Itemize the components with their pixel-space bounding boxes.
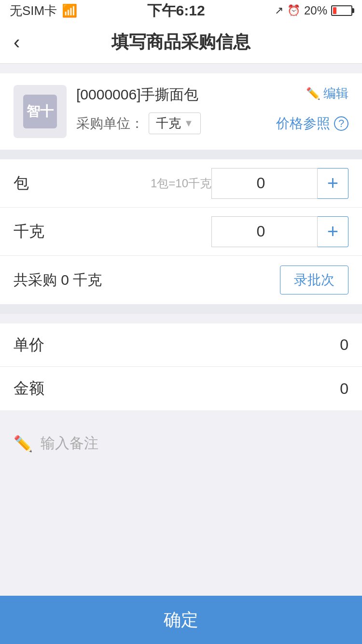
summary-text: 共采购 0 千克 [14,270,102,290]
status-time: 下午6:12 [147,1,205,21]
back-button[interactable]: ‹ [14,31,20,53]
kg-plus-button[interactable]: + [318,216,348,247]
location-icon: ↗ [275,4,283,17]
bag-qty-control: + [211,168,348,199]
confirm-bar[interactable]: 确定 [0,596,362,644]
kg-qty-control: + [211,216,348,247]
chevron-down-icon: ▼ [184,118,194,129]
amount-label: 金额 [14,378,44,399]
unit-price-label: 单价 [14,335,44,356]
edit-icon: ✏️ [306,87,320,100]
battery-icon [331,5,352,16]
unit-label: 采购单位： [76,114,144,133]
kg-label: 千克 [14,221,211,242]
remark-placeholder: 输入备注 [41,434,98,453]
amount-value: 0 [340,380,348,398]
price-ref-button[interactable]: 价格参照 ? [276,114,348,133]
product-thumbnail: 智十 [14,85,67,138]
quantity-section: 包 1包=10千克 + 千克 + [0,159,362,256]
confirm-button[interactable]: 确定 [164,608,198,632]
price-section: 单价 0 金额 0 [0,323,362,410]
pencil-icon: ✏️ [14,434,33,453]
product-unit-row: 采购单位： 千克 ▼ 价格参照 ? [76,112,348,134]
bag-input-row: 包 1包=10千克 + [0,159,362,208]
section-divider-1 [0,150,362,159]
bag-sublabel: 1包=10千克 [151,176,211,191]
remark-section[interactable]: ✏️ 输入备注 [0,420,362,467]
nav-bar: ‹ 填写商品采购信息 [0,21,362,64]
carrier-label: 无SIM卡 [10,2,57,19]
batch-button[interactable]: 录批次 [280,266,348,294]
edit-label: 编辑 [323,85,348,102]
bag-plus-button[interactable]: + [318,168,348,199]
section-divider-2 [0,304,362,314]
bag-plus-icon: + [327,172,338,194]
page-title: 填写商品采购信息 [111,30,251,54]
help-icon: ? [334,116,348,131]
unit-value: 千克 [156,115,181,132]
price-ref-label: 价格参照 [276,114,330,133]
summary-row: 共采购 0 千克 录批次 [0,256,362,304]
bag-label: 包 [14,173,146,194]
unit-select[interactable]: 千克 ▼ [149,112,201,134]
unit-price-value: 0 [340,336,348,354]
unit-price-row: 单价 0 [0,323,362,367]
product-card: 智十 [0000006]手撕面包 采购单位： 千克 ▼ 价格参照 ? ✏️ 编辑 [0,73,362,150]
status-right: ↗ ⏰ 20% [275,4,352,17]
content-spacer [0,467,362,563]
edit-button[interactable]: ✏️ 编辑 [306,85,348,102]
bag-qty-input[interactable] [211,168,318,199]
wifi-icon: 📶 [62,3,77,18]
kg-plus-icon: + [327,221,338,242]
status-bar: 无SIM卡 📶 下午6:12 ↗ ⏰ 20% [0,0,362,21]
status-left: 无SIM卡 📶 [10,2,77,19]
battery-percent: 20% [304,4,327,17]
amount-row: 金额 0 [0,367,362,410]
alarm-icon: ⏰ [287,4,300,17]
kg-input-row: 千克 + [0,208,362,256]
product-thumb-text: 智十 [23,95,57,128]
kg-qty-input[interactable] [211,216,318,247]
